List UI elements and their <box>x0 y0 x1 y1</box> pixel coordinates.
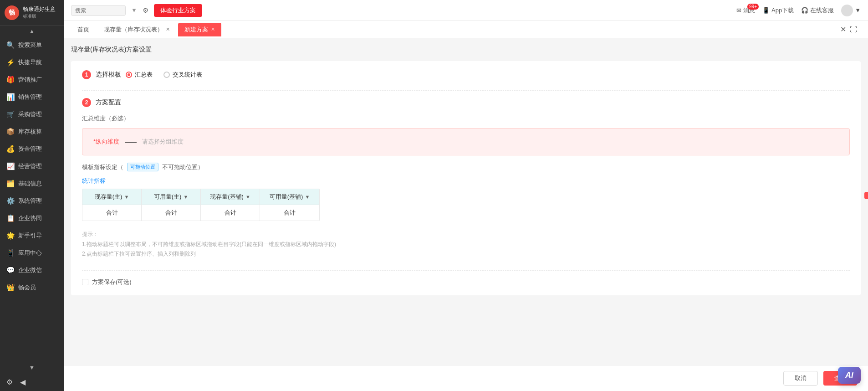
tab-inventory-label: 现存量（库存状况表） <box>104 26 163 34</box>
sidebar-item-operation[interactable]: 📈 经营管理 <box>0 158 64 175</box>
step2-title: 方案配置 <box>96 98 121 107</box>
summary-radio[interactable] <box>126 72 132 78</box>
sidebar-item-inventory[interactable]: 📦 库存核算 <box>0 123 64 140</box>
stats-table: 现存量(主) ▼ 可用量(主) ▼ 现存量(基辅) ▼ <box>82 189 320 221</box>
sidebar-item-member[interactable]: 👑 畅会员 <box>0 279 64 296</box>
step2-badge: 2 <box>82 98 91 107</box>
phone-icon: 📱 <box>762 7 770 14</box>
col-chevron-0[interactable]: ▼ <box>124 194 129 200</box>
topbar-chevron-icon[interactable]: ▼ <box>131 7 137 14</box>
sidebar-footer: ⚙ ◀ <box>0 373 64 391</box>
sidebar-nav: 🔍 搜索菜单 ⚡ 快捷导航 🎁 营销推广 📊 销售管理 🛒 采购管理 📦 库存核… <box>0 36 64 362</box>
stats-header-row: 现存量(主) ▼ 可用量(主) ▼ 现存量(基辅) ▼ <box>82 189 319 205</box>
save-checkbox[interactable] <box>82 279 88 285</box>
cancel-button[interactable]: 取消 <box>783 371 818 386</box>
dimension-dash: —— <box>125 139 137 145</box>
sidebar-item-sales[interactable]: 📊 销售管理 <box>0 88 64 106</box>
indicator-label-text: 模板指标设定（ <box>82 163 123 171</box>
sidebar-item-system[interactable]: ⚙️ 系统管理 <box>0 192 64 210</box>
sidebar-item-label: 企业微信 <box>18 266 42 274</box>
cross-radio[interactable] <box>163 72 170 78</box>
sidebar-item-label: 采购管理 <box>18 110 42 118</box>
tips-title: 提示： <box>82 231 98 237</box>
close-icon[interactable]: ✕ <box>840 25 846 34</box>
trial-btn[interactable]: 体验行业方案 <box>154 4 202 17</box>
sidebar-item-marketing[interactable]: 🎁 营销推广 <box>0 71 64 88</box>
marketing-icon: 🎁 <box>6 76 15 84</box>
indicator-settings: 模板指标设定（ 可拖动位置 不可拖动位置） 统计指标 现存量(主) ▼ <box>82 163 850 222</box>
col-header-2[interactable]: 现存量(基辅) ▼ <box>201 189 260 205</box>
dimension-row: *纵向维度 —— 请选择分组维度 <box>93 138 838 146</box>
app-download-button[interactable]: 📱 App下载 <box>762 6 794 15</box>
tab-inventory-close-icon[interactable]: ✕ <box>166 26 170 32</box>
right-edge-tab[interactable] <box>864 192 868 199</box>
topbar-right: ✉ 消息 99+ 📱 App下载 🎧 在线客服 ▼ <box>736 5 861 16</box>
bottom-actions: 取消 查询 <box>64 365 868 391</box>
user-menu[interactable]: ▼ <box>841 5 861 16</box>
finance-icon: 💰 <box>6 145 15 153</box>
sidebar-item-purchase[interactable]: 🛒 采购管理 <box>0 106 64 123</box>
template-cross-option[interactable]: 交叉统计表 <box>163 71 202 79</box>
sidebar-item-label: 资金管理 <box>18 145 42 153</box>
topbar-search-input[interactable] <box>71 5 126 16</box>
col-data-2: 合计 <box>201 205 260 221</box>
ai-badge[interactable]: Ai <box>838 367 861 384</box>
search-icon: 🔍 <box>6 41 15 49</box>
col-header-1[interactable]: 可用量(主) ▼ <box>142 189 201 205</box>
expand-icon[interactable]: ⛶ <box>850 26 857 34</box>
sidebar-scroll-up[interactable]: ▲ <box>0 26 64 36</box>
settings-icon[interactable]: ⚙ <box>6 378 13 386</box>
col-header-0[interactable]: 现存量(主) ▼ <box>82 189 142 205</box>
sidebar-item-wechat[interactable]: 💬 企业微信 <box>0 262 64 279</box>
sidebar-item-quick-nav[interactable]: ⚡ 快捷导航 <box>0 54 64 71</box>
apps-icon: 📱 <box>6 249 15 257</box>
sidebar-item-label: 企业协同 <box>18 214 42 222</box>
col-header-label-2: 现存量(基辅) <box>210 193 244 201</box>
messages-button[interactable]: ✉ 消息 99+ <box>736 6 755 15</box>
sidebar-logo: 畅 畅康通好生意 标准版 <box>0 0 64 26</box>
template-summary-option[interactable]: 汇总表 <box>126 71 153 79</box>
app-name: 畅康通好生意 <box>23 6 56 13</box>
tab-inventory[interactable]: 现存量（库存状况表） ✕ <box>97 23 176 36</box>
guide-icon: 🌟 <box>6 232 15 240</box>
col-data-3: 合计 <box>260 205 319 221</box>
col-header-label-1: 可用量(主) <box>154 193 182 201</box>
chevron-down-icon: ▼ <box>855 7 861 14</box>
content-area: 现存量(库存状况表)方案设置 1 选择模板 汇总表 交叉统计表 <box>64 38 868 391</box>
col-header-3[interactable]: 可用量(基辅) ▼ <box>260 189 319 205</box>
col-chevron-2[interactable]: ▼ <box>245 194 250 200</box>
sidebar-item-label: 快捷导航 <box>18 58 42 67</box>
col-chevron-1[interactable]: ▼ <box>183 194 188 200</box>
col-header-label-3: 可用量(基辅) <box>270 193 303 201</box>
tabs-bar: 首页 现存量（库存状况表） ✕ 新建方案 ✕ ✕ ⛶ <box>64 21 868 38</box>
topbar: ▼ ⚙ 体验行业方案 ✉ 消息 99+ 📱 App下载 🎧 在线客服 ▼ <box>64 0 868 21</box>
sidebar-item-basic[interactable]: 🗂️ 基础信息 <box>0 175 64 192</box>
contract-icon: 📋 <box>6 214 15 222</box>
sidebar-item-finance[interactable]: 💰 资金管理 <box>0 140 64 158</box>
tab-new-plan-close-icon[interactable]: ✕ <box>211 26 215 32</box>
sidebar-item-guide[interactable]: 🌟 新手引导 <box>0 227 64 244</box>
message-icon: ✉ <box>736 7 741 14</box>
dimension-placeholder: 请选择分组维度 <box>142 138 184 146</box>
avatar <box>841 5 853 16</box>
sidebar-item-apps[interactable]: 📱 应用中心 <box>0 244 64 262</box>
topbar-gear-icon[interactable]: ⚙ <box>143 6 148 15</box>
dimension-area[interactable]: *纵向维度 —— 请选择分组维度 <box>82 128 850 155</box>
tab-home[interactable]: 首页 <box>71 23 96 36</box>
headset-icon: 🎧 <box>801 7 808 14</box>
sidebar-item-label: 基础信息 <box>18 180 42 188</box>
collapse-icon[interactable]: ◀ <box>20 378 26 386</box>
sidebar-item-search[interactable]: 🔍 搜索菜单 <box>0 36 64 54</box>
sidebar-item-contract[interactable]: 📋 企业协同 <box>0 210 64 227</box>
tip2: 2.点击标题栏下拉可设置排序、插入列和删除列 <box>82 249 850 259</box>
online-service-button[interactable]: 🎧 在线客服 <box>801 6 834 15</box>
operation-icon: 📈 <box>6 162 15 170</box>
sidebar-item-label: 系统管理 <box>18 197 42 205</box>
sidebar-scroll-down[interactable]: ▼ <box>0 362 64 373</box>
tab-new-plan[interactable]: 新建方案 ✕ <box>178 23 221 36</box>
save-option: 方案保存(可选) <box>82 278 850 286</box>
sidebar-item-label: 畅会员 <box>18 283 36 292</box>
member-icon: 👑 <box>6 283 15 292</box>
basic-icon: 🗂️ <box>6 180 15 188</box>
col-chevron-3[interactable]: ▼ <box>305 194 310 200</box>
